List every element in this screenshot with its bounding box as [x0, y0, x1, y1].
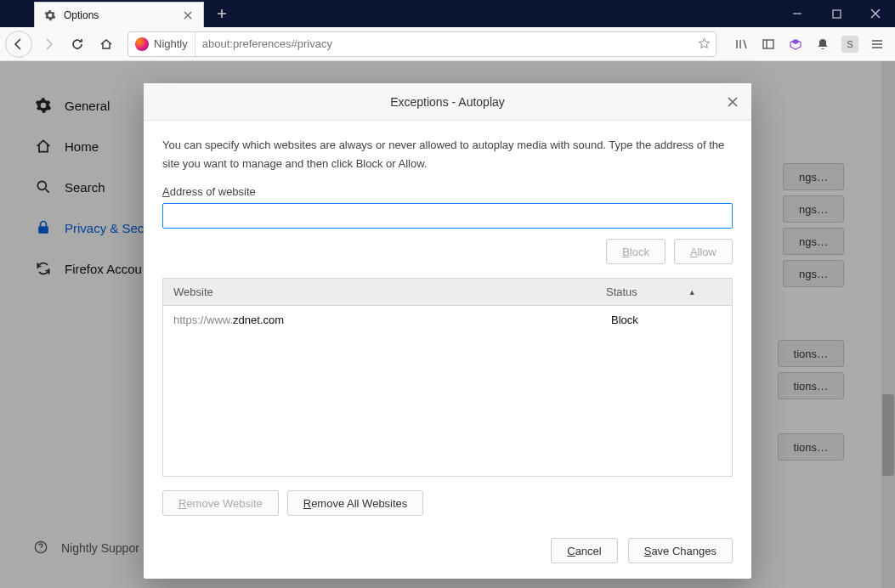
tabstrip: Options — [0, 0, 235, 27]
navbar: Nightly about:preferences#privacy S — [0, 27, 895, 61]
dialog-title: Exceptions - Autoplay — [390, 95, 505, 109]
notifications-icon[interactable] — [810, 31, 836, 57]
save-changes-button[interactable]: Save Changes — [628, 538, 733, 563]
maximize-button[interactable] — [817, 0, 856, 27]
cancel-button[interactable]: Cancel — [551, 538, 617, 563]
urlbar[interactable]: Nightly about:preferences#privacy — [127, 31, 717, 57]
toolbar-icons: S — [728, 31, 890, 57]
svg-rect-1 — [763, 40, 773, 48]
dialog-description: You can specify which websites are alway… — [162, 136, 733, 173]
sidebars-button[interactable] — [756, 31, 781, 57]
window: Options — [0, 0, 895, 588]
row-status: Block — [596, 314, 732, 326]
identity-label: Nightly — [154, 37, 188, 50]
dialog-close-button[interactable] — [721, 90, 745, 114]
home-button[interactable] — [93, 31, 119, 57]
titlebar: Options — [0, 0, 895, 27]
tab-label: Options — [64, 9, 181, 21]
row-site: https://www.zdnet.com — [163, 314, 596, 326]
gear-icon — [43, 8, 57, 22]
app-menu-button[interactable] — [864, 31, 890, 57]
table-header: Website Status ▲ — [163, 279, 732, 306]
table-row[interactable]: https://www.zdnet.com Block — [163, 306, 732, 333]
back-button[interactable] — [5, 31, 32, 58]
col-status[interactable]: Status ▲ — [596, 286, 732, 298]
address-input[interactable] — [162, 203, 733, 229]
reload-button[interactable] — [65, 31, 90, 57]
remove-all-button[interactable]: Remove All Websites — [287, 490, 424, 516]
forward-button[interactable] — [36, 31, 61, 57]
bookmark-star-button[interactable] — [692, 37, 716, 50]
close-window-button[interactable] — [856, 0, 895, 27]
dialog-body: You can specify which websites are alway… — [144, 121, 751, 579]
library-button[interactable] — [728, 31, 754, 57]
exceptions-dialog: Exceptions - Autoplay You can specify wh… — [144, 83, 751, 579]
col-website[interactable]: Website — [163, 286, 596, 298]
remove-row: Remove Website Remove All Websites — [162, 490, 733, 516]
tab-options[interactable]: Options — [34, 2, 204, 27]
block-button[interactable]: Block — [606, 239, 666, 264]
dialog-header: Exceptions - Autoplay — [144, 83, 751, 121]
dialog-footer: Cancel Save Changes — [162, 538, 733, 563]
allow-button[interactable]: Allow — [674, 239, 733, 264]
tab-close-button[interactable] — [181, 8, 195, 22]
block-allow-row: Block Allow — [162, 239, 733, 264]
window-controls — [778, 0, 895, 27]
remove-website-button[interactable]: Remove Website — [162, 490, 279, 516]
profile-button[interactable]: S — [837, 31, 863, 57]
url-text: about:preferences#privacy — [195, 37, 692, 50]
exceptions-table: Website Status ▲ https://www.zdnet.com B… — [162, 278, 733, 477]
containers-icon[interactable] — [783, 31, 808, 57]
minimize-button[interactable] — [778, 0, 817, 27]
profile-badge: S — [841, 36, 858, 53]
address-label: Address of website — [162, 185, 733, 198]
sort-caret-icon: ▲ — [688, 288, 696, 297]
svg-rect-0 — [833, 10, 841, 18]
modal-overlay: Exceptions - Autoplay You can specify wh… — [0, 61, 895, 588]
firefox-icon — [135, 37, 149, 51]
new-tab-button[interactable] — [209, 1, 235, 26]
table-body: https://www.zdnet.com Block — [163, 306, 732, 476]
identity-box[interactable]: Nightly — [128, 32, 195, 56]
